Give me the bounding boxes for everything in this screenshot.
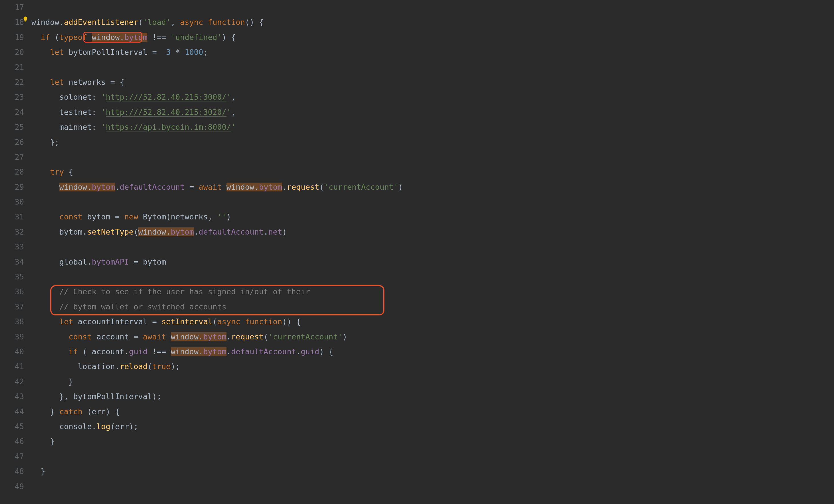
code-line[interactable]: const account = await window.bytom.reque… — [31, 329, 834, 344]
code-token: solonet — [60, 92, 92, 102]
code-token: http:///52.82.40.215:3020/ — [106, 108, 226, 116]
code-token: . — [166, 227, 171, 236]
code-line[interactable] — [31, 449, 834, 464]
code-token — [31, 123, 60, 131]
code-token — [31, 212, 60, 221]
line-number: 38 — [0, 314, 24, 329]
line-number: 35 — [0, 269, 24, 284]
code-line[interactable]: global.bytomAPI = bytom — [31, 255, 834, 269]
line-number: 17 — [0, 0, 24, 15]
code-line[interactable]: try { — [31, 165, 834, 179]
code-token: (err); — [110, 422, 138, 431]
code-token: ) — [343, 332, 347, 341]
code-line[interactable]: solonet: 'http:///52.82.40.215:3000/', — [31, 90, 834, 105]
code-token: . — [282, 182, 287, 192]
line-number: 22 — [0, 75, 24, 90]
code-token: ) — [398, 182, 403, 192]
code-token: = — [110, 212, 124, 221]
code-token: . — [194, 227, 198, 236]
code-line[interactable]: window.addEventListener('load', async fu… — [31, 15, 834, 30]
code-token: ( — [134, 227, 138, 236]
code-token: !== — [147, 33, 171, 42]
code-token: , — [231, 108, 236, 116]
line-number: 47 — [0, 449, 24, 464]
code-token: ' — [226, 92, 231, 102]
code-token: bytomAPI — [92, 258, 129, 266]
code-token: * — [171, 48, 185, 57]
code-token: window — [171, 332, 199, 341]
code-token: try — [50, 168, 69, 176]
line-number: 49 — [0, 479, 24, 494]
code-line[interactable] — [31, 60, 834, 75]
code-token: . — [120, 33, 124, 42]
code-line[interactable]: } catch (err) { — [31, 404, 834, 419]
code-line[interactable]: let networks = { — [31, 75, 834, 90]
code-line[interactable]: let bytomPollInterval = 3 * 1000; — [31, 45, 834, 60]
code-token: }; — [31, 138, 60, 147]
code-line[interactable]: }; — [31, 135, 834, 150]
code-token: ( — [264, 332, 268, 341]
code-line[interactable]: let accountInterval = setInterval(async … — [31, 314, 834, 329]
line-number: 23 — [0, 90, 24, 105]
code-line[interactable]: // bytom wallet or switched accounts — [31, 300, 834, 314]
line-number: 24 — [0, 105, 24, 120]
code-editor[interactable]: 1718192021222324252627282930313233343536… — [0, 0, 834, 504]
code-line[interactable] — [31, 269, 834, 284]
code-line[interactable]: } — [31, 374, 834, 389]
code-area[interactable]: window.addEventListener('load', async fu… — [28, 0, 834, 504]
code-token: let — [50, 48, 69, 57]
line-number: 33 — [0, 239, 24, 254]
code-token: ) { — [222, 33, 236, 42]
code-line[interactable] — [31, 150, 834, 165]
code-line[interactable]: console.log(err); — [31, 419, 834, 434]
code-token: bytomPollInterval — [69, 48, 147, 57]
code-line[interactable]: } — [31, 464, 834, 479]
code-token: accountInterval — [78, 317, 148, 326]
code-token: . — [115, 362, 120, 371]
code-line[interactable]: bytom.setNetType(window.bytom.defaultAcc… — [31, 224, 834, 239]
code-token — [31, 287, 60, 296]
code-token: const — [69, 332, 96, 341]
code-token: ) — [226, 212, 231, 221]
code-line[interactable] — [31, 479, 834, 494]
code-line[interactable]: }, bytomPollInterval); — [31, 389, 834, 404]
code-line[interactable]: // Check to see if the user has signed i… — [31, 284, 834, 299]
code-line[interactable]: testnet: 'http:///52.82.40.215:3020/', — [31, 105, 834, 120]
code-token: setInterval — [161, 317, 213, 326]
code-token: bytom — [87, 212, 110, 221]
code-line[interactable] — [31, 239, 834, 254]
code-line[interactable]: } — [31, 434, 834, 449]
code-token — [31, 33, 41, 42]
line-number: 32 — [0, 224, 24, 239]
code-token: testnet — [60, 108, 92, 116]
code-token: : — [92, 123, 101, 131]
code-token — [31, 258, 60, 266]
line-number: 45 — [0, 419, 24, 434]
code-token — [31, 108, 60, 116]
code-line[interactable]: mainnet: 'https://api.bycoin.im:8000/' — [31, 120, 834, 135]
line-number: 37 — [0, 300, 24, 314]
code-token: . — [87, 182, 92, 192]
line-number: 39 — [0, 329, 24, 344]
code-token: mainnet — [60, 123, 92, 131]
code-token: ( — [147, 362, 152, 371]
code-line[interactable]: location.reload(true); — [31, 359, 834, 374]
code-token: = — [147, 48, 166, 57]
code-line[interactable] — [31, 195, 834, 210]
code-token: async — [180, 18, 208, 27]
code-token: reload — [120, 362, 148, 371]
code-token: ( — [138, 18, 143, 27]
code-token: ( — [213, 317, 217, 326]
code-token: ' — [101, 108, 106, 116]
code-line[interactable]: if (typeof window.bytom !== 'undefined')… — [31, 30, 834, 45]
code-token: . — [198, 332, 203, 341]
code-line[interactable]: window.bytom.defaultAccount = await wind… — [31, 180, 834, 195]
code-token: . — [92, 422, 96, 431]
code-token — [31, 168, 50, 176]
code-token: 1000 — [184, 48, 203, 57]
code-line[interactable]: if ( account.guid !== window.bytom.defau… — [31, 344, 834, 359]
code-line[interactable]: const bytom = new Bytom(networks, '') — [31, 210, 834, 224]
code-token: = — [147, 317, 161, 326]
code-line[interactable] — [31, 0, 834, 15]
code-token: . — [60, 18, 64, 27]
